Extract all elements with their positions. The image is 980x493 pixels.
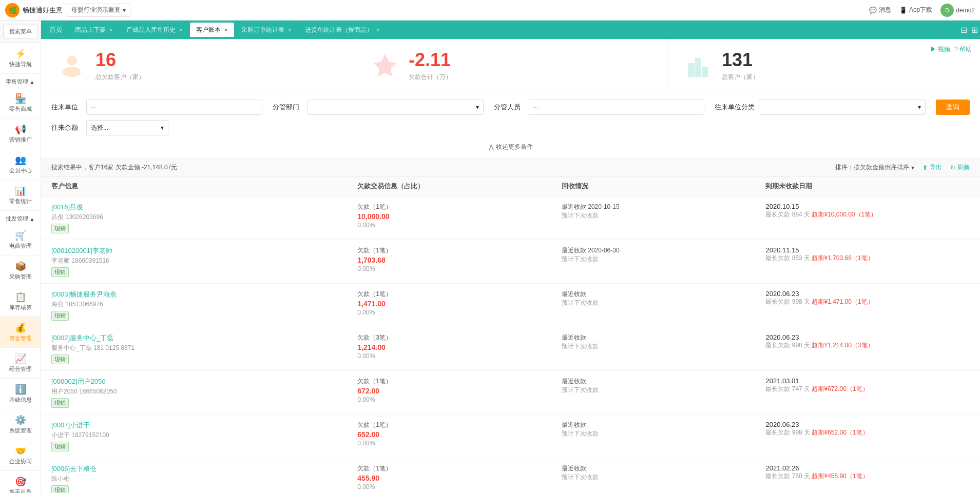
debt-amount-3[interactable]: 1,214.00	[357, 343, 562, 351]
sidebar-item-batch-mgmt[interactable]: 批发管理 ▲	[0, 211, 41, 225]
due-date-info-5: 2020.06.23 最长欠款 998 天 超期¥652.00（1笔）	[765, 421, 970, 437]
recovery-date-3: 最近收款	[562, 333, 766, 342]
tab-goods-stats[interactable]: 进货单统计表（按商品） ✕	[299, 23, 386, 37]
search-menu-btn[interactable]: 搜索菜单	[3, 25, 37, 38]
debt-amount-0[interactable]: 10,000.00	[357, 212, 562, 221]
customer-name-6[interactable]: [0006]去下粮仓	[51, 465, 97, 472]
sidebar-item-system[interactable]: ⚙️ 系统管理	[0, 409, 41, 440]
tab-goods-stats-close[interactable]: ✕	[376, 27, 380, 33]
customer-name-3[interactable]: [0002]服务中心_丁磊	[51, 334, 113, 342]
sidebar-item-new-guide[interactable]: 🎯 新手引导	[0, 471, 41, 493]
sidebar-item-purchase-mgmt[interactable]: 📦 采购管理	[0, 255, 41, 286]
tab-production-label: 产成品入库单历史	[126, 26, 176, 34]
customer-name-1[interactable]: [0001020001]李老师	[51, 247, 112, 254]
customer-name-4[interactable]: [000002]用户2050	[51, 378, 106, 385]
video-btn[interactable]: ▶ 视频	[930, 45, 950, 54]
tab-customer-account-close[interactable]: ✕	[224, 27, 228, 33]
tab-products[interactable]: 商品上下架 ✕	[69, 23, 119, 37]
debt-amount-6[interactable]: 455.90	[357, 474, 562, 482]
customer-info-6: [0006]去下粮仓 陈小彬 现销	[51, 464, 357, 493]
new-guide-icon: 🎯	[2, 476, 39, 487]
batch-mgmt-label: 批发管理	[6, 215, 28, 223]
customer-name-0[interactable]: [0016]吕俊	[51, 203, 83, 211]
sidebar-item-marketing[interactable]: 📢 营销推广	[0, 119, 41, 149]
debt-info-5: 欠款（1笔） 652.00 0.00%	[357, 421, 562, 447]
filter-manager-input[interactable]: ···	[529, 100, 705, 115]
customer-name-5[interactable]: [0007]小进干	[51, 421, 90, 429]
filter-balance-placeholder: 选择...	[91, 124, 108, 132]
filter-unit-category-select[interactable]: ▾	[759, 100, 926, 115]
sidebar-item-retail-mgmt[interactable]: 零售管理 ▲	[0, 74, 41, 88]
sidebar-item-quick-nav[interactable]: ⚡ 快捷导航	[0, 43, 41, 74]
debt-amount-2[interactable]: 1,471.00	[357, 300, 562, 308]
sidebar-item-retail-stats[interactable]: 📊 零售统计	[0, 180, 41, 211]
filter-dept-select[interactable]: ▾	[308, 100, 484, 115]
tab-purchase-order[interactable]: 采购订单统计表 ✕	[235, 23, 298, 37]
sidebar-item-basic-info[interactable]: ℹ️ 基础信息	[0, 379, 41, 409]
sidebar: 搜索菜单 ⚡ 快捷导航 零售管理 ▲ 🏪 零售商城 📢 营销推广 👥 会员中心 …	[0, 21, 41, 493]
export-btn[interactable]: ⬆ 导出	[923, 163, 942, 172]
overdue-link-6[interactable]: 超期¥455.90（1笔）	[812, 472, 868, 480]
ecommerce-icon: 🛒	[2, 230, 39, 241]
debt-info-2: 欠款（1笔） 1,471.00 0.00%	[357, 290, 562, 316]
table-row: [0003]畅捷服务尹海燕 海燕 18513066976 现销 欠款（1笔） 1…	[41, 284, 980, 327]
filter-balance-select[interactable]: 选择... ▾	[86, 120, 168, 135]
tab-production-close[interactable]: ✕	[179, 27, 183, 33]
overdue-link-4[interactable]: 超期¥672.00（1笔）	[812, 385, 868, 392]
tab-products-close[interactable]: ✕	[109, 27, 113, 33]
sidebar-item-enterprise[interactable]: 🤝 企业协同	[0, 440, 41, 471]
sidebar-item-ecommerce[interactable]: 🛒 电商管理	[0, 225, 41, 255]
message-btn[interactable]: 💬 消息	[869, 6, 891, 14]
collapse-button[interactable]: ⋀ 收起更多条件	[489, 143, 533, 151]
overdue-link-3[interactable]: 超期¥1,214.00（3笔）	[812, 342, 873, 349]
sidebar-item-inventory[interactable]: 📋 库存核算	[0, 286, 41, 317]
filter-balance: 往来余额 选择... ▾	[51, 120, 970, 135]
new-guide-label: 新手引导	[2, 488, 39, 493]
customer-name-2[interactable]: [0003]畅捷服务尹海燕	[51, 290, 117, 298]
filter-manager-label: 分管人员	[494, 103, 525, 112]
debt-amount-1[interactable]: 1,703.68	[357, 256, 562, 264]
retail-stats-label: 零售统计	[2, 198, 39, 205]
tab-bar: 首页 商品上下架 ✕ 产成品入库单历史 ✕ 客户账本 ✕ 采购订单统计表 ✕ 进…	[41, 21, 980, 39]
app-download-btn[interactable]: 📱 App下载	[899, 6, 932, 14]
overdue-link-5[interactable]: 超期¥652.00（1笔）	[812, 429, 868, 436]
tab-customer-account[interactable]: 客户账本 ✕	[190, 23, 234, 37]
debt-amount-4[interactable]: 672.00	[357, 387, 562, 395]
overdue-days-2: 最长欠款 998 天 超期¥1,471.00（1笔）	[765, 298, 970, 306]
due-date-4: 2021.03.01	[765, 377, 970, 385]
debt-info-3: 欠款（3笔） 1,214.00 0.00%	[357, 333, 562, 360]
tab-purchase-order-close[interactable]: ✕	[287, 27, 292, 33]
tab-home[interactable]: 首页	[43, 25, 69, 34]
sidebar-item-retail-mall[interactable]: 🏪 零售商城	[0, 88, 41, 119]
sidebar-item-operations[interactable]: 📈 经营管理	[0, 348, 41, 379]
overdue-link-0[interactable]: 超期¥10,000.00（1笔）	[812, 211, 877, 218]
help-btn[interactable]: ? 帮助	[954, 45, 972, 54]
finance-label: 资金管理	[2, 334, 39, 342]
customer-tag-2: 现销	[51, 311, 69, 321]
sidebar-item-member-center[interactable]: 👥 会员中心	[0, 149, 41, 180]
company-select[interactable]: 母婴行业演示账套 ▾	[67, 4, 130, 17]
tab-maximize-btn[interactable]: ⊞	[971, 25, 978, 35]
due-date-info-3: 2020.06.23 最长欠款 998 天 超期¥1,214.00（3笔）	[765, 333, 970, 350]
filter-from-unit-input[interactable]: ···	[86, 100, 262, 115]
customer-sub-2: 海燕 18513066976	[51, 300, 357, 309]
refresh-btn[interactable]: ↻ 刷新	[950, 163, 970, 172]
overdue-link-2[interactable]: 超期¥1,471.00（1笔）	[812, 298, 873, 305]
top-bar-right: 💬 消息 📱 App下载 D demo2	[869, 4, 975, 17]
recovery-date-6: 最近收款	[562, 464, 766, 473]
result-actions: 排序：按欠款金额倒序排序 ▾ ⬆ 导出 ↻ 刷新	[835, 163, 970, 172]
sidebar-item-finance[interactable]: 💰 资金管理	[0, 317, 41, 348]
recovery-info-5: 最近收款 预计下次收款	[562, 421, 766, 438]
table-row: [0001020001]李老师 李老师 18600391516 现销 欠款（1笔…	[41, 240, 980, 284]
sort-select[interactable]: 排序：按欠款金额倒序排序 ▾	[835, 163, 914, 172]
retail-mall-label: 零售商城	[2, 105, 39, 113]
overdue-days-1: 最长欠款 853 天 超期¥1,703.68（1笔）	[765, 254, 970, 263]
overdue-link-1[interactable]: 超期¥1,703.68（1笔）	[812, 254, 873, 262]
table-row: [0016]吕俊 吕俊 13026203696 现销 欠款（1笔） 10,000…	[41, 196, 980, 240]
member-center-label: 会员中心	[2, 167, 39, 174]
query-button[interactable]: 查询	[936, 100, 970, 115]
tab-production[interactable]: 产成品入库单历史 ✕	[120, 23, 189, 37]
debt-amount-5[interactable]: 652.00	[357, 430, 562, 439]
tab-minimize-btn[interactable]: ⊟	[960, 25, 967, 35]
user-menu[interactable]: D demo2	[940, 4, 975, 17]
